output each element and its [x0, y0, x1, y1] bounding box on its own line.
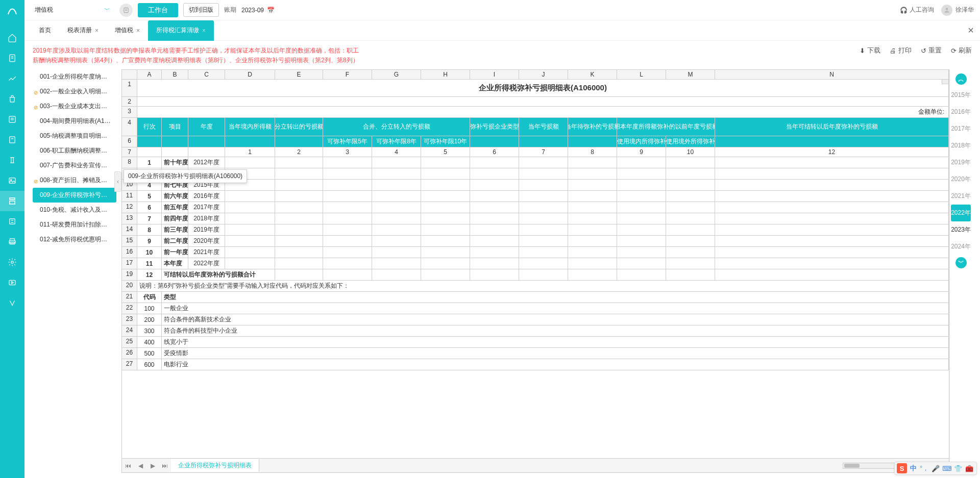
- data-cell[interactable]: [421, 168, 470, 180]
- data-cell[interactable]: [323, 157, 372, 168]
- data-cell[interactable]: [519, 224, 568, 236]
- data-cell[interactable]: [372, 236, 421, 247]
- data-cell[interactable]: [617, 157, 666, 168]
- data-cell[interactable]: [275, 247, 323, 258]
- data-cell[interactable]: [568, 258, 617, 269]
- nav-image-icon[interactable]: [0, 170, 24, 191]
- data-cell[interactable]: [275, 191, 323, 202]
- row-header[interactable]: 17: [122, 258, 137, 269]
- data-cell[interactable]: [421, 236, 470, 247]
- data-cell[interactable]: [519, 236, 568, 247]
- cell[interactable]: [137, 97, 949, 107]
- data-cell[interactable]: [470, 213, 519, 224]
- year-scroll-down-button[interactable]: ︾: [955, 257, 967, 268]
- nav-doc-icon[interactable]: [0, 48, 24, 68]
- column-header[interactable]: E: [275, 70, 323, 80]
- data-cell[interactable]: [323, 236, 372, 247]
- data-cell[interactable]: [666, 224, 715, 236]
- data-cell[interactable]: [568, 213, 617, 224]
- data-cell[interactable]: [666, 258, 715, 269]
- column-header[interactable]: B: [162, 70, 188, 80]
- data-cell[interactable]: [715, 224, 949, 236]
- row-header[interactable]: 6: [122, 136, 137, 147]
- year-item-2015年[interactable]: 2015年: [950, 87, 972, 104]
- data-cell[interactable]: 11: [137, 258, 162, 269]
- column-header[interactable]: C: [188, 70, 225, 80]
- data-cell[interactable]: [323, 269, 372, 281]
- row-header[interactable]: 24: [122, 325, 137, 337]
- close-all-tabs-button[interactable]: ×: [968, 24, 974, 36]
- data-cell[interactable]: 5: [137, 191, 162, 202]
- year-item-2021年[interactable]: 2021年: [950, 188, 972, 205]
- row-header[interactable]: 27: [122, 359, 137, 370]
- column-header[interactable]: H: [421, 70, 470, 80]
- tab-close-icon[interactable]: ×: [202, 27, 206, 34]
- note-code[interactable]: 400: [137, 337, 162, 348]
- note-code[interactable]: 500: [137, 348, 162, 359]
- data-cell[interactable]: [666, 236, 715, 247]
- data-cell[interactable]: [323, 258, 372, 269]
- form-list-item[interactable]: 006-职工薪酬纳税调整明细...: [33, 143, 116, 158]
- nav-settings-icon[interactable]: [0, 252, 24, 272]
- data-cell[interactable]: 前三年度: [162, 224, 188, 236]
- data-cell[interactable]: 2021年度: [188, 247, 225, 258]
- note-type[interactable]: 符合条件的高新技术企业: [162, 314, 949, 325]
- data-cell[interactable]: [372, 202, 421, 213]
- data-cell[interactable]: 7: [137, 213, 162, 224]
- data-cell[interactable]: [225, 213, 275, 224]
- nav-tax-icon[interactable]: [0, 191, 24, 211]
- reset-button[interactable]: ↺重置: [921, 46, 942, 55]
- data-cell[interactable]: 2022年度: [188, 258, 225, 269]
- form-list-item[interactable]: 008-资产折旧、摊销及纳税...: [33, 173, 116, 188]
- row-header[interactable]: 20: [122, 281, 137, 292]
- data-cell[interactable]: [323, 224, 372, 236]
- data-cell[interactable]: 10: [137, 247, 162, 258]
- data-cell[interactable]: 前二年度: [162, 236, 188, 247]
- row-header[interactable]: 1: [122, 80, 137, 97]
- column-header[interactable]: G: [372, 70, 421, 80]
- data-cell[interactable]: [568, 180, 617, 191]
- data-cell[interactable]: [275, 157, 323, 168]
- data-cell[interactable]: [275, 202, 323, 213]
- form-list-item[interactable]: 003-一般企业成本支出明细...: [33, 99, 116, 114]
- data-cell[interactable]: [275, 269, 323, 281]
- note-code[interactable]: 200: [137, 314, 162, 325]
- data-cell[interactable]: [617, 202, 666, 213]
- row-header[interactable]: 26: [122, 348, 137, 359]
- data-cell[interactable]: [617, 180, 666, 191]
- data-cell[interactable]: [421, 180, 470, 191]
- data-cell[interactable]: 9: [137, 236, 162, 247]
- data-cell[interactable]: [568, 236, 617, 247]
- data-cell[interactable]: [470, 180, 519, 191]
- print-button[interactable]: 🖨打印: [890, 46, 912, 55]
- data-cell[interactable]: [666, 213, 715, 224]
- ime-punct-button[interactable]: °，: [919, 463, 929, 473]
- data-cell[interactable]: [519, 180, 568, 191]
- form-list-item[interactable]: 011-研发费用加计扣除优惠...: [33, 217, 116, 232]
- row-header[interactable]: 19: [122, 269, 137, 281]
- form-list-item[interactable]: 002-一般企业收入明细表(A1...: [33, 84, 116, 99]
- data-cell[interactable]: [275, 258, 323, 269]
- form-list-item[interactable]: 001-企业所得税年度纳税申...: [33, 69, 116, 84]
- data-cell[interactable]: [715, 191, 949, 202]
- data-cell[interactable]: 前十年度: [162, 157, 188, 168]
- column-header[interactable]: J: [519, 70, 568, 80]
- data-cell[interactable]: [470, 269, 519, 281]
- user-menu[interactable]: 徐泽华: [941, 5, 974, 16]
- tab-close-icon[interactable]: ×: [136, 27, 140, 34]
- note-type[interactable]: 线宽小于: [162, 337, 949, 348]
- data-cell[interactable]: [225, 191, 275, 202]
- refresh-button[interactable]: ⟳刷新: [951, 46, 972, 55]
- data-cell[interactable]: 12: [137, 269, 162, 281]
- data-cell[interactable]: [470, 168, 519, 180]
- row-header[interactable]: 14: [122, 224, 137, 236]
- data-cell[interactable]: 前六年度: [162, 191, 188, 202]
- data-cell[interactable]: [372, 258, 421, 269]
- data-cell[interactable]: [568, 168, 617, 180]
- nav-chart-icon[interactable]: [0, 68, 24, 89]
- sheet-nav-prev[interactable]: ◀: [134, 462, 146, 469]
- data-cell[interactable]: [225, 157, 275, 168]
- row-header[interactable]: 7: [122, 147, 137, 157]
- data-cell[interactable]: 本年度: [162, 258, 188, 269]
- row-header[interactable]: 21: [122, 292, 137, 303]
